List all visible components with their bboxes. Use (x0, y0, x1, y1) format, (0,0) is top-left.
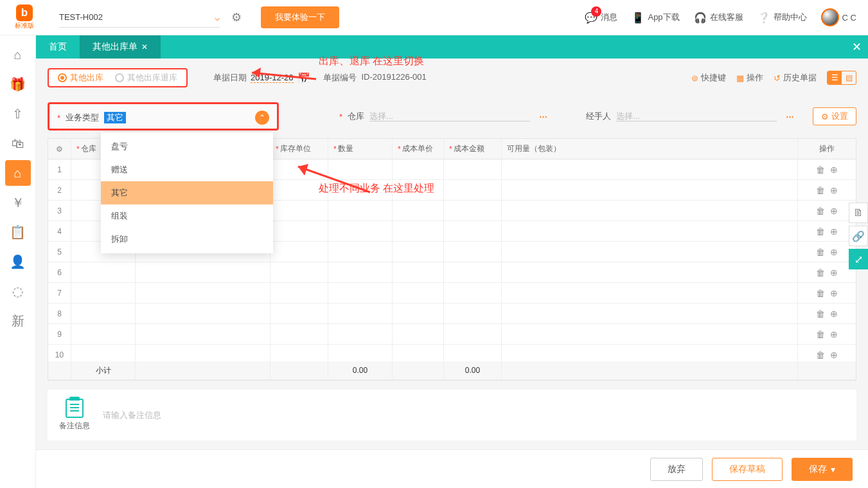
save-button[interactable]: 保存 ▾ (792, 458, 853, 481)
cell-qty[interactable] (328, 159, 393, 179)
cell-price[interactable] (393, 303, 444, 323)
cell-amount[interactable] (444, 283, 502, 303)
cell-amount[interactable] (444, 303, 502, 323)
rail-gift-icon[interactable]: 🎁 (5, 71, 31, 97)
cell-qty[interactable] (328, 345, 393, 361)
cell-unit[interactable] (270, 324, 328, 344)
cell-price[interactable] (393, 180, 444, 200)
add-icon[interactable]: ⊕ (830, 247, 838, 257)
cell-unit[interactable] (270, 283, 328, 303)
delete-icon[interactable]: 🗑 (816, 329, 825, 339)
delete-icon[interactable]: 🗑 (816, 165, 825, 175)
date-value[interactable]: 2019-12-26 (251, 73, 294, 83)
table-row[interactable]: 9🗑⊕ (48, 324, 856, 345)
dropdown-item[interactable]: 拆卸 (101, 228, 273, 251)
remark-input[interactable] (103, 410, 845, 420)
cell-price[interactable] (393, 262, 444, 282)
rail-house-up-icon[interactable]: ⇧ (5, 101, 31, 127)
cell-qty[interactable] (328, 221, 393, 241)
gear-icon[interactable]: ⚙ (231, 10, 242, 24)
online-cs-button[interactable]: 🎧 在线客服 (694, 12, 743, 24)
close-icon[interactable]: ✕ (141, 42, 148, 51)
dropdown-item[interactable]: 赠送 (101, 158, 273, 181)
add-icon[interactable]: ⊕ (830, 350, 838, 360)
cell-product[interactable] (136, 303, 270, 323)
cell-price[interactable] (393, 283, 444, 303)
add-icon[interactable]: ⊕ (830, 329, 838, 339)
app-download-button[interactable]: 📱 App下载 (632, 12, 679, 24)
rail-bag-icon[interactable]: 🛍 (5, 131, 31, 156)
rail-contact-icon[interactable]: 👤 (5, 249, 31, 275)
operate-button[interactable]: ▦操作 (736, 72, 763, 84)
close-all-tabs[interactable]: ✕ (845, 35, 868, 59)
table-row[interactable]: 6🗑⊕ (48, 262, 856, 283)
rail-money-icon[interactable]: ￥ (5, 190, 31, 215)
history-button[interactable]: ↺历史单据 (774, 72, 817, 84)
cell-unit[interactable] (270, 159, 328, 179)
rail-clipboard-icon[interactable]: 📋 (5, 219, 31, 245)
cell-qty[interactable] (328, 242, 393, 262)
biz-type-value[interactable]: 其它 (104, 112, 126, 123)
cell-product[interactable] (136, 262, 270, 282)
cell-amount[interactable] (444, 242, 502, 262)
float-expand-icon[interactable]: ⤢ (849, 249, 868, 269)
cell-qty[interactable] (328, 201, 393, 221)
rail-warehouse-icon[interactable]: ⌂ (5, 160, 31, 186)
cell-unit[interactable] (270, 345, 328, 361)
cell-qty[interactable] (328, 283, 393, 303)
cell-product[interactable] (136, 345, 270, 361)
cell-qty[interactable] (328, 303, 393, 323)
cell-warehouse[interactable] (71, 283, 136, 303)
store-select[interactable]: TEST-H002 ⌵ (59, 7, 220, 28)
cell-unit[interactable] (270, 303, 328, 323)
chevron-up-icon[interactable]: ⌃ (255, 111, 269, 125)
cell-warehouse[interactable] (71, 345, 136, 361)
cell-product[interactable] (136, 283, 270, 303)
delete-icon[interactable]: 🗑 (816, 206, 825, 216)
cell-price[interactable] (393, 324, 444, 344)
cell-unit[interactable] (270, 201, 328, 221)
cell-unit[interactable] (270, 180, 328, 200)
cell-amount[interactable] (444, 221, 502, 241)
delete-icon[interactable]: 🗑 (816, 226, 825, 237)
trial-button[interactable]: 我要体验一下 (261, 6, 339, 28)
table-row[interactable]: 8🗑⊕ (48, 303, 856, 324)
cell-amount[interactable] (444, 201, 502, 221)
cell-amount[interactable] (444, 180, 502, 200)
tab-home[interactable]: 首页 (36, 35, 80, 59)
cell-warehouse[interactable] (71, 324, 136, 344)
user-menu[interactable]: C C (821, 8, 856, 26)
cell-qty[interactable] (328, 324, 393, 344)
add-icon[interactable]: ⊕ (830, 165, 838, 175)
tab-other-outbound[interactable]: 其他出库单 ✕ (80, 35, 161, 59)
delete-icon[interactable]: 🗑 (816, 247, 825, 257)
warehouse-input[interactable] (369, 111, 530, 122)
shortcut-button[interactable]: ⊚快捷键 (691, 72, 726, 84)
cell-warehouse[interactable] (71, 262, 136, 282)
messages-button[interactable]: 💬 4 消息 (585, 12, 617, 24)
delete-icon[interactable]: 🗑 (816, 185, 825, 195)
table-row[interactable]: 7🗑⊕ (48, 283, 856, 303)
table-row[interactable]: 10🗑⊕ (48, 345, 856, 361)
rail-cycle-icon[interactable]: ◌ (5, 278, 31, 304)
cell-amount[interactable] (444, 345, 502, 361)
handler-input[interactable] (616, 111, 777, 122)
cell-unit[interactable] (270, 242, 328, 262)
cell-price[interactable] (393, 201, 444, 221)
cell-amount[interactable] (444, 262, 502, 282)
add-icon[interactable]: ⊕ (830, 267, 838, 278)
radio-outbound[interactable]: 其他出库 (58, 72, 103, 84)
dropdown-item[interactable]: 盘亏 (101, 135, 273, 158)
add-icon[interactable]: ⊕ (830, 206, 838, 216)
cell-qty[interactable] (328, 262, 393, 282)
delete-icon[interactable]: 🗑 (816, 267, 825, 278)
calendar-icon[interactable]: 📅 (297, 72, 310, 84)
delete-icon[interactable]: 🗑 (816, 288, 825, 298)
dropdown-item[interactable]: 其它 (101, 181, 273, 204)
dropdown-item[interactable]: 组装 (101, 204, 273, 228)
add-icon[interactable]: ⊕ (830, 309, 838, 319)
cell-price[interactable] (393, 159, 444, 179)
cell-unit[interactable] (270, 221, 328, 241)
float-link-icon[interactable]: 🔗 (849, 226, 868, 246)
header-gear-icon[interactable]: ⚙ (48, 139, 71, 159)
